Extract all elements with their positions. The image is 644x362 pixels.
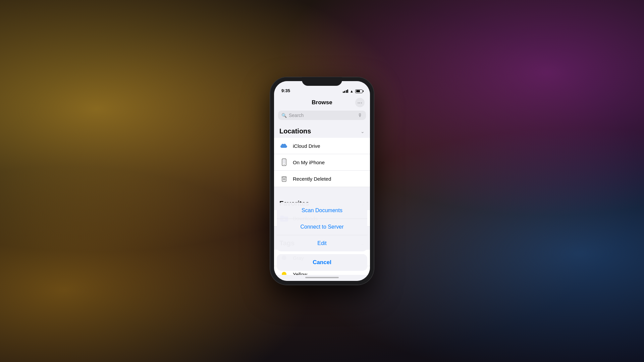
search-icon: 🔍 (281, 113, 287, 118)
on-my-iphone-label: On My iPhone (293, 160, 325, 165)
icloud-drive-label: iCloud Drive (293, 143, 320, 149)
phone-screen: 9:35 ▲ Browse ··· (274, 81, 370, 281)
status-icons: ▲ (343, 89, 363, 93)
list-item[interactable]: Recently Deleted (274, 171, 370, 187)
section-gap-1 (274, 187, 370, 195)
notch (302, 77, 342, 86)
on-my-iphone-icon (279, 158, 289, 167)
recently-deleted-icon (279, 174, 289, 183)
scan-documents-button[interactable]: Scan Documents (277, 202, 367, 219)
locations-title: Locations (279, 127, 311, 135)
signal-icon (343, 89, 348, 93)
mic-icon: 🎙 (358, 113, 363, 118)
scene: 9:35 ▲ Browse ··· (0, 0, 644, 362)
connect-to-server-button[interactable]: Connect to Server (277, 219, 367, 235)
wifi-icon: ▲ (350, 89, 354, 93)
browse-header: Browse ··· (274, 95, 370, 109)
svg-point-2 (284, 164, 284, 165)
more-icon: ··· (358, 100, 363, 105)
search-bar-container: 🔍 Search 🎙 (274, 109, 370, 123)
list-item[interactable]: iCloud Drive (274, 138, 370, 154)
search-placeholder: Search (289, 113, 356, 118)
locations-chevron-icon: ⌄ (361, 129, 365, 134)
svg-rect-1 (283, 159, 285, 164)
action-sheet-backdrop: Scan Documents Connect to Server Edit Ca… (274, 202, 370, 275)
action-sheet-group: Scan Documents Connect to Server Edit (277, 202, 367, 251)
list-item[interactable]: On My iPhone (274, 154, 370, 171)
more-button[interactable]: ··· (355, 98, 365, 107)
app-content: Browse ··· 🔍 Search 🎙 (274, 95, 370, 275)
battery-icon (355, 89, 363, 93)
phone-shell: 9:35 ▲ Browse ··· (270, 77, 374, 285)
home-indicator (274, 275, 370, 281)
search-input-wrapper[interactable]: 🔍 Search 🎙 (278, 111, 366, 120)
status-time: 9:35 (281, 88, 290, 93)
home-bar (305, 277, 339, 278)
locations-section-header: Locations ⌄ (274, 123, 370, 138)
recently-deleted-label: Recently Deleted (293, 176, 331, 182)
page-title: Browse (289, 99, 355, 106)
icloud-icon (279, 141, 289, 150)
cancel-button[interactable]: Cancel (277, 254, 367, 271)
edit-button[interactable]: Edit (277, 235, 367, 251)
